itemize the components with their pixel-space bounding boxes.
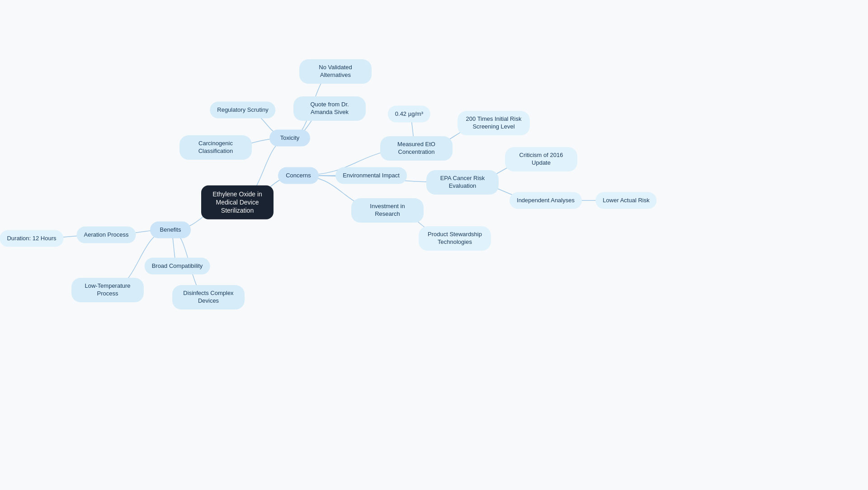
node-product_stewardship[interactable]: Product Stewardship Technologies: [419, 226, 491, 251]
node-low_temperature[interactable]: Low-Temperature Process: [71, 278, 144, 302]
node-zero_pt_42[interactable]: 0.42 µg/m³: [388, 106, 430, 123]
node-duration_12[interactable]: Duration: 12 Hours: [0, 230, 64, 247]
node-toxicity[interactable]: Toxicity: [269, 130, 310, 147]
node-investment_research[interactable]: Investment in Research: [351, 198, 424, 223]
node-lower_actual_risk[interactable]: Lower Actual Risk: [595, 192, 656, 209]
node-aeration_process[interactable]: Aeration Process: [77, 227, 136, 243]
node-regulatory_scrutiny[interactable]: Regulatory Scrutiny: [210, 102, 275, 119]
node-measured_eto[interactable]: Measured EtO Concentration: [380, 136, 453, 161]
node-environmental_impact[interactable]: Environmental Impact: [335, 167, 407, 184]
node-quote_amanda[interactable]: Quote from Dr. Amanda Sivek: [293, 96, 366, 121]
node-benefits[interactable]: Benefits: [150, 222, 191, 238]
node-epa_cancer_risk[interactable]: EPA Cancer Risk Evaluation: [426, 170, 499, 195]
node-criticism_2016[interactable]: Criticism of 2016 Update: [505, 147, 577, 171]
node-no_validated_alternatives[interactable]: No Validated Alternatives: [299, 59, 372, 84]
node-central[interactable]: Ethylene Oxide in Medical Device Sterili…: [201, 186, 274, 219]
node-broad_compatibility[interactable]: Broad Compatibility: [145, 258, 210, 275]
node-carcinogenic_classification[interactable]: Carcinogenic Classification: [179, 135, 252, 160]
node-disinfects_complex[interactable]: Disinfects Complex Devices: [172, 285, 245, 309]
node-concerns[interactable]: Concerns: [278, 167, 319, 184]
node-independent_analyses[interactable]: Independent Analyses: [509, 192, 582, 209]
node-200_times[interactable]: 200 Times Initial Risk Screening Level: [458, 111, 530, 135]
